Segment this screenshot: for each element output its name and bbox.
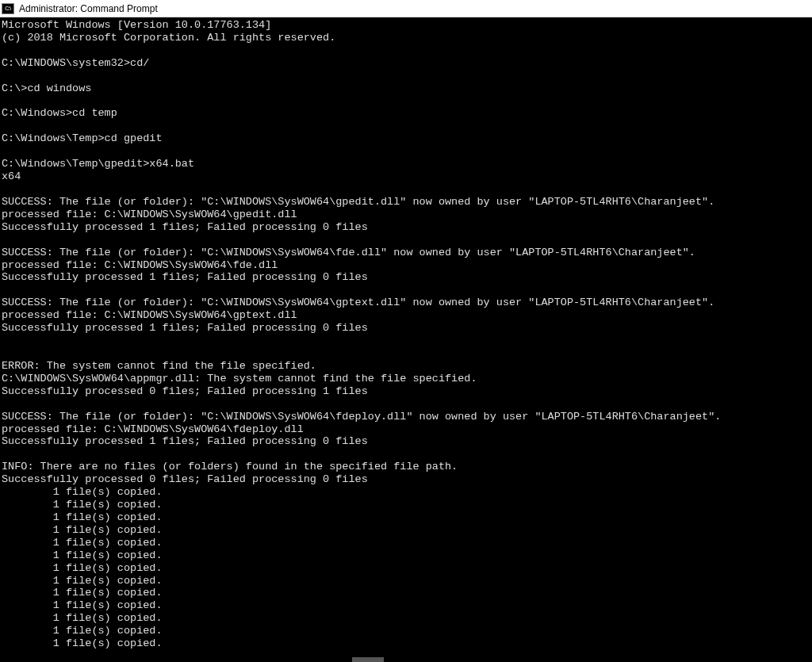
terminal-line: 1 file(s) copied. xyxy=(2,562,812,575)
terminal-line xyxy=(2,398,812,411)
terminal-line xyxy=(2,120,812,132)
terminal-line xyxy=(2,234,812,247)
terminal-line: INFO: There are no files (or folders) fo… xyxy=(2,461,812,473)
titlebar[interactable]: C:\ Administrator: Command Prompt xyxy=(0,0,812,17)
window-title: Administrator: Command Prompt xyxy=(19,3,158,14)
terminal-line: Successfully processed 0 files; Failed p… xyxy=(2,473,812,486)
terminal-line: 1 file(s) copied. xyxy=(2,549,812,562)
terminal-line: 1 file(s) copied. xyxy=(2,612,812,625)
terminal-line: 1 file(s) copied. xyxy=(2,625,812,637)
terminal-line: 1 file(s) copied. xyxy=(2,587,812,599)
terminal-line: C:\Windows\Temp\gpedit>x64.bat xyxy=(2,158,812,170)
terminal-line xyxy=(2,347,812,360)
terminal-line: processed file: C:\WINDOWS\SysWOW64\gped… xyxy=(2,209,812,221)
terminal-line: C:\>cd windows xyxy=(2,82,812,95)
terminal-line: Successfully processed 1 files; Failed p… xyxy=(2,271,812,284)
terminal-line: Successfully processed 1 files; Failed p… xyxy=(2,322,812,335)
terminal-line: 1 file(s) copied. xyxy=(2,575,812,587)
horizontal-scrollbar-thumb[interactable] xyxy=(352,657,384,662)
terminal-line: SUCCESS: The file (or folder): "C:\WINDO… xyxy=(2,247,812,259)
terminal-line: C:\WINDOWS\SysWOW64\appmgr.dll: The syst… xyxy=(2,373,812,385)
terminal-line xyxy=(2,145,812,158)
terminal-line xyxy=(2,70,812,82)
terminal-line xyxy=(2,95,812,108)
terminal-line: 1 file(s) copied. xyxy=(2,524,812,537)
terminal-line xyxy=(2,448,812,461)
cmd-icon: C:\ xyxy=(2,3,14,14)
terminal-line: Successfully processed 1 files; Failed p… xyxy=(2,221,812,234)
terminal-line: Microsoft Windows [Version 10.0.17763.13… xyxy=(2,19,812,32)
terminal-line: C:\WINDOWS\system32>cd/ xyxy=(2,57,812,70)
terminal-line: 1 file(s) copied. xyxy=(2,486,812,499)
terminal-line: 1 file(s) copied. xyxy=(2,499,812,511)
terminal-line xyxy=(2,183,812,196)
terminal-line: SUCCESS: The file (or folder): "C:\WINDO… xyxy=(2,411,812,423)
terminal-line: ERROR: The system cannot find the file s… xyxy=(2,360,812,373)
terminal-line: C:\Windows>cd temp xyxy=(2,107,812,120)
terminal-line: processed file: C:\WINDOWS\SysWOW64\gpte… xyxy=(2,309,812,322)
terminal-line xyxy=(2,335,812,347)
terminal-line: SUCCESS: The file (or folder): "C:\WINDO… xyxy=(2,196,812,209)
terminal-line xyxy=(2,284,812,297)
terminal-line: Successfully processed 1 files; Failed p… xyxy=(2,435,812,448)
terminal-line: 1 file(s) copied. xyxy=(2,511,812,524)
terminal-line: Successfully processed 0 files; Failed p… xyxy=(2,385,812,398)
terminal-line: 1 file(s) copied. xyxy=(2,537,812,549)
terminal-line: processed file: C:\WINDOWS\SysWOW64\fde.… xyxy=(2,259,812,272)
terminal-line xyxy=(2,44,812,57)
terminal-line: (c) 2018 Microsoft Corporation. All righ… xyxy=(2,32,812,44)
terminal-line: C:\Windows\Temp>cd gpedit xyxy=(2,132,812,145)
terminal-line: x64 xyxy=(2,170,812,183)
terminal-line: 1 file(s) copied. xyxy=(2,599,812,612)
terminal-output[interactable]: Microsoft Windows [Version 10.0.17763.13… xyxy=(0,17,812,662)
terminal-line: processed file: C:\WINDOWS\SysWOW64\fdep… xyxy=(2,423,812,436)
terminal-line: 1 file(s) copied. xyxy=(2,637,812,650)
terminal-line: SUCCESS: The file (or folder): "C:\WINDO… xyxy=(2,297,812,309)
